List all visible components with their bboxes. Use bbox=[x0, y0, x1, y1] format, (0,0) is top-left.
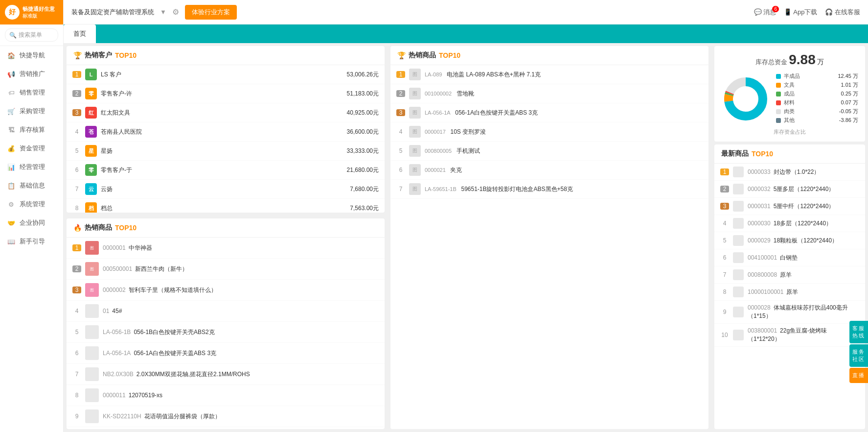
top-products-mid-header: 🏆 热销商品 TOP10 bbox=[390, 46, 708, 65]
purchase-icon: 🛒 bbox=[7, 108, 16, 115]
online-service-link[interactable]: 🎧 在线客服 bbox=[825, 8, 860, 17]
list-item: 9 0000028体城嘉枝味苏打饮品400毫升（1*15） bbox=[714, 301, 865, 324]
list-item: 8 000001112070519-xs bbox=[67, 385, 385, 406]
inventory-icon: 🏗 bbox=[7, 126, 16, 134]
top-products-mid-panel: 🏆 热销商品 TOP10 1 图 LA-089 电池盖 LA-089 ABS本色… bbox=[390, 46, 708, 429]
sidebar-item-finance[interactable]: 💰 资金管理 bbox=[0, 139, 63, 158]
table-row: 2 零 零售客户-许 51,183.00元 bbox=[67, 84, 385, 103]
legend-dot bbox=[776, 109, 781, 114]
inventory-panel: 库存总资金 9.88 万 bbox=[714, 46, 865, 142]
experience-button[interactable]: 体验行业方案 bbox=[185, 5, 237, 20]
settings-icon[interactable]: ⚙ bbox=[172, 7, 179, 17]
product-image bbox=[733, 201, 744, 212]
list-item: 2 图 001000002 雪地靴 bbox=[390, 84, 708, 103]
list-item: 5 LA-056-1B056-1B白色按键开关壳ABS2克 bbox=[67, 322, 385, 343]
product-image bbox=[733, 307, 744, 317]
hot-products-header: 🔥 热销商品 TOP10 bbox=[67, 218, 385, 238]
list-item: 3 00000315厘中纤（1220*2440） bbox=[714, 198, 865, 215]
avatar: 零 bbox=[85, 88, 97, 99]
list-item: 1 图 LA-089 电池盖 LA-089 ABS本色+黑种 7.1克 bbox=[390, 65, 708, 84]
top-products-mid-list: 1 图 LA-089 电池盖 LA-089 ABS本色+黑种 7.1克 2 图 … bbox=[390, 65, 708, 429]
product-image: 图 bbox=[409, 88, 421, 99]
sidebar-item-marketing[interactable]: 📢 营销推广 bbox=[0, 65, 63, 83]
inventory-total: 库存总资金 9.88 万 bbox=[721, 52, 858, 68]
product-image: 图 bbox=[409, 69, 421, 80]
guide-icon: 📖 bbox=[7, 238, 16, 245]
list-item: 9 KK-SD22110H花语萌值温分腿裤袋（厚款） bbox=[67, 406, 385, 427]
sidebar-item-guide[interactable]: 📖 新手引导 bbox=[0, 232, 63, 251]
table-row: 6 零 零售客户-于 21,680.00元 bbox=[67, 161, 385, 180]
product-image bbox=[733, 235, 744, 246]
list-item: 6 LA-056-1A056-1A白色按键开关盖ABS 3克 bbox=[67, 343, 385, 364]
live-broadcast-button[interactable]: 直播 bbox=[849, 368, 868, 383]
list-item: 4 0145# bbox=[67, 301, 385, 322]
donut-chart bbox=[721, 74, 770, 123]
system-title: 装备及固定资产辅助管理系统 bbox=[71, 8, 154, 17]
sidebar-item-sales[interactable]: 🏷 销售管理 bbox=[0, 83, 63, 102]
new-products-list: 1 0000033封边带（1.0*22） 2 00000325厘多层（1220*… bbox=[714, 164, 865, 429]
list-item: 2 图 000500001新西兰牛肉（新牛） bbox=[67, 259, 385, 280]
legend-dot bbox=[776, 118, 781, 123]
logo-text: 畅捷通好生意 标准版 bbox=[23, 5, 55, 19]
search-menu-button[interactable]: 🔍 搜索菜单 bbox=[5, 28, 58, 42]
table-row: 4 苍 苍南县人民医院 36,600.00元 bbox=[67, 122, 385, 142]
list-item: 2 00000325厘多层（1220*2440） bbox=[714, 181, 865, 198]
sidebar-item-purchase[interactable]: 🛒 采购管理 bbox=[0, 102, 63, 120]
fire-icon: 🔥 bbox=[73, 224, 82, 232]
list-item: 7 NB2.0X30B2.0X30MM双搓花轴,搓花直径2.1MM/ROHS bbox=[67, 364, 385, 385]
legend-item: 肉类 -0.05 万 bbox=[776, 108, 858, 115]
dropdown-arrow-icon[interactable]: ▼ bbox=[160, 8, 166, 16]
table-row: 3 红 红太阳文具 40,925.00元 bbox=[67, 103, 385, 122]
tab-home[interactable]: 首页 bbox=[64, 24, 96, 43]
app-download-link[interactable]: 📱 App下载 bbox=[784, 8, 817, 17]
new-products-header: 最新商品 TOP10 bbox=[714, 144, 865, 164]
content-grid: 🏆 热销客户 TOP10 1 L LS 客户 53,006.26元 2 零 零售… bbox=[64, 43, 868, 432]
inventory-footer: 库存资金占比 bbox=[721, 128, 858, 136]
product-image: 图 bbox=[409, 126, 421, 138]
table-row: 8 档 档总 7,563.00元 bbox=[67, 199, 385, 213]
sidebar-item-inventory[interactable]: 🏗 库存核算 bbox=[0, 120, 63, 139]
info-icon: 📋 bbox=[7, 182, 16, 190]
topbar-right: 💬 消息 6 📱 App下载 🎧 在线客服 bbox=[754, 8, 860, 17]
trophy-icon: 🏆 bbox=[73, 51, 82, 59]
messages-button[interactable]: 💬 消息 6 bbox=[754, 8, 777, 17]
marketing-icon: 📢 bbox=[7, 71, 16, 78]
right-column: 库存总资金 9.88 万 bbox=[711, 43, 868, 432]
product-image bbox=[733, 167, 744, 177]
sidebar-item-collab[interactable]: 🤝 企业协同 bbox=[0, 214, 63, 232]
hot-products-list: 1 图 0000001中华神器 2 图 000500001新西兰牛肉（新牛） 3… bbox=[67, 238, 385, 429]
hot-products-panel: 🔥 热销商品 TOP10 1 图 0000001中华神器 2 图 0005000… bbox=[67, 218, 385, 429]
inventory-legend: 半成品 12.45 万 文具 1.01 万 成品 0.25 万 bbox=[776, 72, 858, 125]
list-item: 8 10000100001原羊 bbox=[714, 284, 865, 301]
avatar: L bbox=[85, 69, 97, 80]
message-badge: 6 bbox=[772, 6, 779, 12]
legend-item: 成品 0.25 万 bbox=[776, 90, 858, 97]
product-image: 图 bbox=[409, 164, 421, 176]
sales-icon: 🏷 bbox=[7, 89, 16, 96]
legend-dot bbox=[776, 83, 781, 88]
list-item: 6 图 0000021 夹克 bbox=[390, 161, 708, 180]
sidebar-item-basic-info[interactable]: 📋 基础信息 bbox=[0, 176, 63, 195]
list-item: 6 004100001白钢垫 bbox=[714, 249, 865, 266]
operations-icon: 📊 bbox=[7, 164, 16, 171]
service-community-button[interactable]: 服务社区 bbox=[849, 344, 868, 367]
customer-service-button[interactable]: 客服热线 bbox=[849, 321, 868, 343]
trophy-icon-mid: 🏆 bbox=[397, 51, 406, 59]
legend-dot bbox=[776, 100, 781, 105]
system-icon: ⚙ bbox=[7, 201, 16, 208]
sidebar-item-system[interactable]: ⚙ 系统管理 bbox=[0, 195, 63, 214]
list-item: 3 图 LA-056-1A 056-1A白色按键开关盖ABS 3克 bbox=[390, 103, 708, 122]
list-item: 1 0000033封边带（1.0*22） bbox=[714, 164, 865, 181]
list-item: 7 图 LA-59651-1B 59651-1B旋转投影灯电池盒ABS黑色+58… bbox=[390, 180, 708, 199]
main-area: 装备及固定资产辅助管理系统 ▼ ⚙ 体验行业方案 💬 消息 6 📱 App下载 … bbox=[64, 0, 868, 432]
product-image bbox=[85, 325, 99, 339]
logo-icon: 好 bbox=[5, 5, 20, 20]
legend-item: 半成品 12.45 万 bbox=[776, 72, 858, 80]
sidebar-item-home[interactable]: 🏠 快捷导航 bbox=[0, 46, 63, 65]
legend-dot bbox=[776, 74, 781, 79]
topbar: 装备及固定资产辅助管理系统 ▼ ⚙ 体验行业方案 💬 消息 6 📱 App下载 … bbox=[64, 0, 868, 24]
top-customers-panel: 🏆 热销客户 TOP10 1 L LS 客户 53,006.26元 2 零 零售… bbox=[67, 46, 385, 213]
left-column: 🏆 热销客户 TOP10 1 L LS 客户 53,006.26元 2 零 零售… bbox=[64, 43, 388, 432]
product-image bbox=[85, 409, 99, 423]
sidebar-item-operations[interactable]: 📊 经营管理 bbox=[0, 158, 63, 176]
